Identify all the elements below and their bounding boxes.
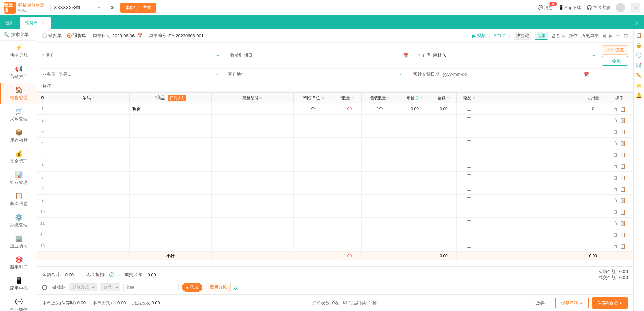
delivery-date-input[interactable] xyxy=(442,71,581,78)
operation-btn[interactable]: 操作 xyxy=(569,33,578,39)
delete-row-button[interactable]: 🗑 xyxy=(613,129,618,134)
spec-cell[interactable] xyxy=(212,240,293,252)
delete-row-button[interactable]: 🗑 xyxy=(613,209,618,215)
unit-price-cell[interactable] xyxy=(399,218,431,229)
amount-cell[interactable]: 0.00 xyxy=(431,103,456,115)
delete-row-button[interactable]: 🗑 xyxy=(613,243,618,249)
amount-cell[interactable] xyxy=(431,183,456,195)
amount-cell[interactable] xyxy=(431,160,456,172)
col-gear[interactable]: ⚙ xyxy=(37,93,48,103)
unit-price-cell[interactable] xyxy=(399,195,431,206)
pack-qty-cell[interactable] xyxy=(361,160,399,172)
copy-row-button[interactable]: 📋 xyxy=(620,152,626,157)
pack-qty-cell[interactable] xyxy=(361,229,399,240)
warehouse-dots-button[interactable]: ··· xyxy=(593,53,596,58)
delete-row-button[interactable]: 🗑 xyxy=(613,163,618,169)
unit-price-cell[interactable] xyxy=(399,126,431,138)
unit-cell[interactable] xyxy=(293,138,333,149)
gift-cell[interactable] xyxy=(456,240,482,252)
copy-row-button[interactable]: 📋 xyxy=(620,175,626,180)
customer-dots-button[interactable]: ··· xyxy=(217,53,220,58)
delete-row-button[interactable]: 🗑 xyxy=(613,221,618,226)
question-icon2[interactable]: ? xyxy=(111,301,116,305)
product-cell[interactable] xyxy=(130,195,212,206)
unit-price-cell[interactable] xyxy=(399,115,431,126)
unit-cell[interactable] xyxy=(293,218,333,229)
sidebar-item-business[interactable]: 📊 经营管理 xyxy=(0,168,37,189)
unit-price-cell[interactable] xyxy=(399,183,431,195)
delete-row-button[interactable]: 🗑 xyxy=(613,152,618,157)
question-icon[interactable]: ? xyxy=(109,272,114,277)
remarks-cell[interactable] xyxy=(482,240,580,252)
scan-barcode-button[interactable]: 扫码录入 xyxy=(168,95,186,101)
sidebar-item-purchase[interactable]: 🛒 采购管理 xyxy=(0,104,37,125)
unit-price-cell[interactable] xyxy=(399,240,431,252)
qty-cell[interactable] xyxy=(333,138,362,149)
logistics-button[interactable]: + 物流 xyxy=(602,56,628,66)
qty-cell[interactable] xyxy=(333,218,362,229)
delete-row-button[interactable]: 🗑 xyxy=(613,198,618,203)
cashier-checkbox[interactable]: 一键收款 xyxy=(42,284,66,290)
amount-cell[interactable] xyxy=(431,218,456,229)
barcode-cell[interactable] xyxy=(48,206,130,218)
spec-cell[interactable] xyxy=(212,218,293,229)
copy-row-button[interactable]: 📋 xyxy=(620,163,626,169)
product-cell[interactable] xyxy=(130,149,212,160)
copy-row-button[interactable]: 📋 xyxy=(620,243,626,249)
copy-row-button[interactable]: 📋 xyxy=(620,221,626,226)
barcode-cell[interactable] xyxy=(48,240,130,252)
amount-cell[interactable] xyxy=(431,126,456,138)
sidebar-item-enterprise[interactable]: 🏢 企业协同 xyxy=(0,231,37,252)
video-btn[interactable]: ▶ 视频 xyxy=(472,33,486,39)
pack-qty-cell[interactable] xyxy=(361,126,399,138)
prev-record-button[interactable]: ◀ xyxy=(602,33,606,38)
product-cell[interactable] xyxy=(130,218,212,229)
right-panel-btn-7[interactable]: 🔔 xyxy=(634,91,644,100)
right-panel-btn-4[interactable]: 📝 xyxy=(634,61,644,70)
spec-cell[interactable] xyxy=(212,183,293,195)
spec-cell[interactable] xyxy=(212,160,293,172)
right-panel-btn-5[interactable]: ✏️ xyxy=(634,71,644,80)
amount-cell[interactable] xyxy=(431,149,456,160)
product-cell[interactable] xyxy=(130,126,212,138)
sidebar-item-system[interactable]: ⚙️ 系统管理 xyxy=(0,210,37,231)
spec-cell[interactable] xyxy=(212,103,293,115)
amount-cell[interactable] xyxy=(431,206,456,218)
delete-row-button[interactable]: 🗑 xyxy=(613,141,618,146)
copy-row-button[interactable]: 📋 xyxy=(620,141,626,146)
pack-qty-cell[interactable] xyxy=(361,195,399,206)
pack-qty-cell[interactable] xyxy=(361,183,399,195)
spec-cell[interactable] xyxy=(212,115,293,126)
salesperson-dots-button[interactable]: ··· xyxy=(215,72,218,77)
product-cell[interactable] xyxy=(130,240,212,252)
fee-split-button[interactable]: 费用分摊 xyxy=(206,283,231,292)
grid-view-button[interactable]: ⊞ xyxy=(624,33,628,38)
barcode-cell[interactable] xyxy=(48,160,130,172)
qty-cell[interactable] xyxy=(333,160,362,172)
tab-sales[interactable]: 销货单 × xyxy=(20,17,51,29)
copy-row-button[interactable]: 📋 xyxy=(620,129,626,134)
unit-cell[interactable] xyxy=(293,149,333,160)
sidebar-item-quick-nav[interactable]: ⚡ 快捷导航 xyxy=(0,41,37,62)
unit-cell[interactable] xyxy=(293,115,333,126)
list-view-button[interactable]: ☰ xyxy=(616,33,620,38)
customer-addr-input[interactable] xyxy=(248,71,398,78)
right-panel-btn-1[interactable]: 📋 xyxy=(634,30,644,40)
unit-cell[interactable] xyxy=(293,183,333,195)
sidebar-item-finance[interactable]: 💰 资金管理 xyxy=(0,147,37,168)
spec-cell[interactable] xyxy=(212,195,293,206)
product-cell[interactable] xyxy=(130,206,212,218)
remarks-cell[interactable] xyxy=(482,206,580,218)
close-window-button[interactable]: ✕ xyxy=(629,17,644,29)
sidebar-item-app-center[interactable]: 📱 应用中心 xyxy=(0,274,37,295)
gear-settings-button[interactable]: ⚙ xyxy=(108,3,117,12)
barcode-cell[interactable] xyxy=(48,149,130,160)
barcode-cell[interactable] xyxy=(48,115,130,126)
barcode-cell[interactable] xyxy=(48,183,130,195)
remarks-cell[interactable] xyxy=(482,138,580,149)
settings-button[interactable]: ⚙ ⚙ 设置 xyxy=(602,45,628,55)
unit-cell[interactable] xyxy=(293,229,333,240)
product-cell[interactable] xyxy=(130,160,212,172)
trial-button[interactable]: 体验行业方案 xyxy=(120,3,156,13)
amount-cell[interactable] xyxy=(431,229,456,240)
